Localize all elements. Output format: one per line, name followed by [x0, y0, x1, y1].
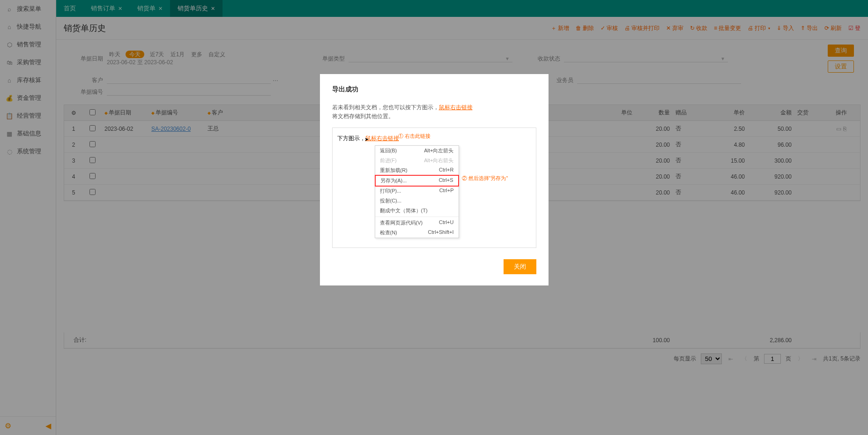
modal-close-button[interactable]: 关闭 [504, 259, 536, 274]
cursor-icon: ➤ [364, 136, 369, 142]
modal-footer: 关闭 [332, 259, 536, 274]
modal-link[interactable]: 鼠标右击链接 [439, 104, 473, 111]
context-menu-item: 返回(B)Alt+向左箭头 [375, 146, 459, 156]
annotation-1: ① 右击此链接 [398, 133, 430, 140]
context-menu-item: 投射(C)... [375, 196, 459, 206]
context-menu-item: 前进(F)Alt+向右箭头 [375, 156, 459, 165]
context-menu-item: 翻成中文（简体）(T) [375, 206, 459, 216]
modal-title: 导出成功 [332, 85, 536, 94]
modal-img-link: 鼠标右击链接 [365, 135, 399, 142]
annotation-2: ② 然后选择"另存为" [462, 175, 508, 182]
context-menu-item: 另存为(A)...Ctrl+S [375, 175, 459, 187]
context-menu-item: 打印(P)...Ctrl+P [375, 186, 459, 196]
context-menu-item: 重新加载(R)Ctrl+R [375, 165, 459, 175]
modal-body-text: 若未看到相关文档，您也可以按下方图示，鼠标右击链接 将文档存储到其他位置。 [332, 103, 536, 121]
context-menu-item: 查看网页源代码(V)Ctrl+U [375, 218, 459, 228]
export-success-modal: 导出成功 若未看到相关文档，您也可以按下方图示，鼠标右击链接 将文档存储到其他位… [320, 74, 549, 285]
context-menu-illustration: 返回(B)Alt+向左箭头 前进(F)Alt+向右箭头 重新加载(R)Ctrl+… [375, 145, 459, 238]
context-menu-item: 检查(N)Ctrl+Shift+I [375, 228, 459, 238]
modal-instruction-image: 下方图示，鼠标右击链接 ➤ ① 右击此链接 ② 然后选择"另存为" 返回(B)A… [332, 128, 536, 248]
